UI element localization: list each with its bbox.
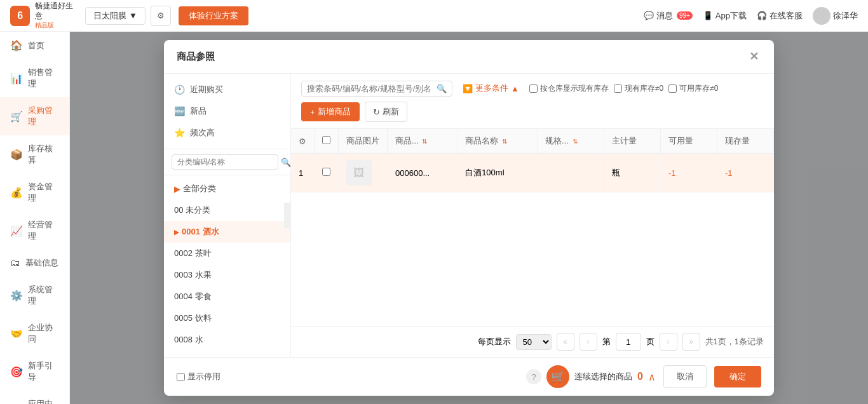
- show-disabled-checkbox[interactable]: 显示停用: [177, 371, 220, 382]
- available-not-zero-checkbox[interactable]: 可用库存≠0: [668, 83, 718, 94]
- more-filters-button[interactable]: 🔽 更多条件 ▲: [458, 80, 524, 97]
- sidebar-item-sales[interactable]: 📊 销售管理: [0, 59, 69, 97]
- new-icon: 🆕: [174, 106, 185, 116]
- row-unit: 瓶: [604, 154, 661, 192]
- trial-button[interactable]: 体验行业方案: [179, 6, 248, 25]
- home-icon: 🏠: [10, 39, 23, 51]
- show-by-warehouse-input[interactable]: [529, 84, 538, 93]
- th-checkbox[interactable]: [315, 129, 339, 154]
- table-row[interactable]: 1 🖼 000600... 白酒100ml: [291, 154, 774, 192]
- add-product-button[interactable]: + 新增商品: [301, 102, 360, 121]
- collapse-left-button[interactable]: 《: [284, 203, 291, 228]
- sidebar-item-apps[interactable]: 📱 应用中心: [0, 391, 69, 404]
- cart-button[interactable]: 🛒: [546, 365, 569, 388]
- online-service-label: 在线客服: [770, 10, 803, 22]
- modal-close-button[interactable]: ✕: [746, 49, 761, 64]
- cancel-button[interactable]: 取消: [663, 365, 707, 388]
- stock-not-zero-checkbox[interactable]: 现有库存≠0: [614, 83, 663, 94]
- page-suffix: 页: [646, 336, 654, 347]
- search-icon[interactable]: 🔍: [437, 84, 447, 93]
- category-uncategorized[interactable]: 00 未分类: [164, 199, 290, 221]
- system-icon: ⚙️: [10, 290, 23, 302]
- cart-icon: 🛒: [551, 370, 565, 384]
- modal-footer: 显示停用 ? 🛒 连续选择的商品 0 ∧ 取消: [164, 357, 774, 396]
- phone-icon: 📱: [703, 11, 713, 20]
- sidebar-item-home[interactable]: 🏠 首页: [0, 32, 69, 59]
- user-name: 徐泽华: [833, 10, 858, 22]
- show-disabled-label: 显示停用: [187, 371, 220, 382]
- category-search-icon[interactable]: 🔍: [281, 158, 291, 167]
- category-snacks[interactable]: 0004 零食: [164, 286, 290, 307]
- category-drinks[interactable]: 0005 饮料: [164, 307, 290, 329]
- sidebar-item-collab[interactable]: 🤝 企业协同: [0, 314, 69, 353]
- main-content: 商品参照 ✕ 🕐 近期购买 🆕: [70, 32, 868, 404]
- message-btn[interactable]: 💬 消息 99+: [644, 10, 693, 22]
- sidebar-label-basic: 基础信息: [25, 257, 58, 269]
- sidebar-item-guide[interactable]: 🎯 新手引导: [0, 353, 69, 391]
- th-name[interactable]: 商品名称 ⇅: [458, 129, 538, 154]
- th-image: 商品图片: [339, 129, 388, 154]
- top-right-area: 💬 消息 99+ 📱 App下载 🎧 在线客服 徐泽华: [644, 7, 858, 25]
- sidebar-item-purchase[interactable]: 🛒 采购管理: [0, 97, 69, 135]
- message-label: 消息: [656, 10, 673, 22]
- prev-page-button[interactable]: ‹: [580, 333, 597, 351]
- collapse-up-button[interactable]: ∧: [648, 371, 656, 383]
- cart-area: ? 🛒 连续选择的商品 0 ∧: [526, 365, 656, 388]
- category-water[interactable]: 0008 水: [164, 329, 290, 351]
- sidebar-item-stock[interactable]: 📦 库存核算: [0, 135, 69, 173]
- message-icon: 💬: [644, 11, 654, 20]
- sidebar-item-basic[interactable]: 🗂 基础信息: [0, 250, 69, 276]
- tab-recent-purchase[interactable]: 🕐 近期购买: [164, 79, 290, 100]
- th-settings[interactable]: ⚙: [291, 129, 315, 154]
- online-service-btn[interactable]: 🎧 在线客服: [757, 10, 803, 22]
- row-select-checkbox[interactable]: [322, 168, 330, 176]
- th-code[interactable]: 商品... ⇅: [388, 129, 458, 154]
- chevron-down-icon: ▼: [129, 11, 137, 20]
- tab-new-products[interactable]: 🆕 新品: [164, 100, 290, 122]
- row-checkbox[interactable]: [315, 154, 339, 192]
- sidebar-label-system: 系统管理: [28, 284, 59, 307]
- th-spec[interactable]: 规格... ⇅: [538, 129, 604, 154]
- expand-all-icon: ▶: [174, 184, 180, 194]
- help-button[interactable]: ?: [526, 369, 541, 384]
- category-liquor[interactable]: ▶ 0001 酒水: [164, 221, 290, 243]
- show-by-warehouse-label: 按仓库显示现有库存: [540, 83, 609, 94]
- category-tea[interactable]: 0002 茶叶: [164, 243, 290, 264]
- available-not-zero-input[interactable]: [668, 84, 677, 93]
- store-selector[interactable]: 日太阳膜 ▼: [85, 7, 146, 25]
- app-download-btn[interactable]: 📱 App下载: [703, 10, 747, 22]
- purchase-icon: 🛒: [10, 111, 23, 123]
- next-page-button[interactable]: ›: [660, 333, 677, 351]
- first-page-button[interactable]: «: [557, 333, 574, 351]
- select-all-checkbox[interactable]: [322, 136, 330, 144]
- confirm-button[interactable]: 确定: [714, 366, 761, 387]
- page-size-select[interactable]: 50 10 20 100: [516, 334, 552, 350]
- sidebar-item-business[interactable]: 📈 经营管理: [0, 212, 69, 250]
- tab-frequent[interactable]: ⭐ 频次高: [164, 122, 290, 144]
- th-stock: 现存量: [717, 129, 773, 154]
- row-spec: [538, 154, 604, 192]
- user-area[interactable]: 徐泽华: [813, 7, 858, 25]
- category-search-input[interactable]: [172, 154, 278, 170]
- page-number-input[interactable]: [616, 333, 641, 351]
- last-page-button[interactable]: »: [682, 333, 700, 351]
- th-unit[interactable]: 主计量: [604, 129, 661, 154]
- refresh-button[interactable]: ↻ 刷新: [365, 102, 407, 122]
- product-table-container: ⚙ 商品图片 商品...: [291, 129, 774, 326]
- table-header-row: ⚙ 商品图片 商品...: [291, 129, 774, 154]
- category-fruit[interactable]: 0003 水果: [164, 264, 290, 286]
- category-snacks-label: 0004 零食: [174, 291, 212, 302]
- sidebar-item-finance[interactable]: 💰 资金管理: [0, 173, 69, 212]
- sidebar-label-business: 经营管理: [28, 219, 59, 242]
- category-all[interactable]: ▶ 全部分类: [164, 178, 290, 199]
- show-disabled-input[interactable]: [177, 373, 185, 381]
- logo-text: 畅捷通好生意 精品版: [35, 1, 80, 30]
- show-by-warehouse-checkbox[interactable]: 按仓库显示现有库存: [529, 83, 609, 94]
- guide-icon: 🎯: [10, 366, 23, 378]
- category-appliance[interactable]: 0010 家电: [164, 351, 290, 357]
- modal-body: 🕐 近期购买 🆕 新品 ⭐ 频次高 《: [164, 74, 774, 357]
- stock-not-zero-input[interactable]: [614, 84, 622, 93]
- sidebar-item-system[interactable]: ⚙️ 系统管理: [0, 276, 69, 314]
- gear-button[interactable]: ⚙: [151, 6, 171, 26]
- product-search-input[interactable]: [307, 84, 434, 93]
